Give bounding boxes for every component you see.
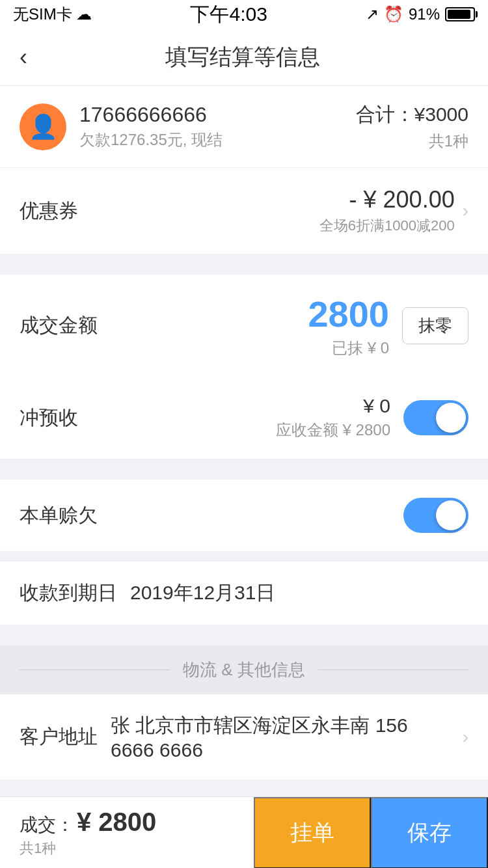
coupon-row[interactable]: 优惠券 - ¥ 200.00 全场6折满1000减200 › <box>0 167 488 254</box>
customer-info: 17666666666 欠款1276.35元, 现结 <box>79 103 223 150</box>
chong-amount-wrap: ¥ 0 应收金额 ¥ 2800 <box>276 395 390 441</box>
chong-toggle[interactable] <box>403 400 468 435</box>
bottom-deal-amount: ¥ 2800 <box>77 807 156 837</box>
eraze-button[interactable]: 抹零 <box>402 307 468 344</box>
bottom-deal-prefix: 成交： <box>20 813 74 837</box>
chong-row: 冲预收 ¥ 0 应收金额 ¥ 2800 <box>0 377 488 459</box>
customer-left: 👤 17666666666 欠款1276.35元, 现结 <box>20 103 223 150</box>
alarm-icon: ⏰ <box>384 5 403 23</box>
header-line-right <box>318 670 468 670</box>
divider-2 <box>0 469 488 480</box>
coupon-text: - ¥ 200.00 全场6折满1000减200 <box>319 186 455 236</box>
customer-total: 合计：¥3000 <box>356 102 468 128</box>
battery-percent: 91% <box>409 5 440 23</box>
sim-status: 无SIM卡 ☁ <box>13 4 92 25</box>
address-label: 客户地址 <box>20 724 98 750</box>
sheqian-label: 本单赊欠 <box>20 502 98 529</box>
back-button[interactable]: ‹ <box>20 44 27 71</box>
battery-icon <box>445 7 475 21</box>
header-line-left <box>20 670 170 670</box>
content: 👤 17666666666 欠款1276.35元, 现结 合计：¥3000 共1… <box>0 86 488 868</box>
deal-amount-wrap: 2800 已抹 ¥ 0 <box>308 293 389 359</box>
status-left: 无SIM卡 ☁ <box>13 4 92 25</box>
sheqian-toggle[interactable] <box>403 498 468 533</box>
address-value: 张 北京市市辖区海淀区永丰南 156 6666 6666 <box>111 712 450 761</box>
divider-3 <box>0 635 488 645</box>
customer-card: 👤 17666666666 欠款1276.35元, 现结 合计：¥3000 共1… <box>0 86 488 254</box>
coupon-label: 优惠券 <box>20 198 78 224</box>
customer-sub: 欠款1276.35元, 现结 <box>79 129 223 150</box>
divider-1 <box>0 264 488 275</box>
logistics-header: 物流 & 其他信息 <box>0 645 488 694</box>
customer-right: 合计：¥3000 共1种 <box>356 102 468 152</box>
deal-amount-row: 成交金额 2800 已抹 ¥ 0 抹零 <box>20 275 468 377</box>
avatar: 👤 <box>20 103 66 150</box>
avatar-icon: 👤 <box>29 113 58 141</box>
chong-sub: 应收金额 ¥ 2800 <box>276 420 390 441</box>
coupon-right: - ¥ 200.00 全场6折满1000减200 › <box>319 186 468 236</box>
deal-amount-value: 2800 <box>308 293 389 335</box>
page-title: 填写结算等信息 <box>40 42 445 72</box>
toggle-knob <box>436 403 466 433</box>
amount-section: 成交金额 2800 已抹 ¥ 0 抹零 <box>0 275 488 377</box>
chong-label: 冲预收 <box>20 405 78 431</box>
hang-button[interactable]: 挂单 <box>254 797 371 869</box>
customer-phone: 17666666666 <box>79 103 223 127</box>
date-row: 收款到期日 2019年12月31日 <box>0 562 488 625</box>
save-button[interactable]: 保存 <box>371 797 488 869</box>
bottom-summary: 成交： ¥ 2800 共1种 <box>0 807 254 858</box>
bottom-deal-count: 共1种 <box>20 839 234 858</box>
customer-row: 👤 17666666666 欠款1276.35元, 现结 合计：¥3000 共1… <box>0 86 488 167</box>
address-chevron-icon: › <box>463 727 468 748</box>
deal-line: 成交： ¥ 2800 <box>20 807 234 837</box>
logistics-header-text: 物流 & 其他信息 <box>183 658 305 681</box>
coupon-amount: - ¥ 200.00 <box>319 186 455 213</box>
bottom-bar: 成交： ¥ 2800 共1种 挂单 保存 <box>0 796 488 868</box>
address-row[interactable]: 客户地址 张 北京市市辖区海淀区永丰南 156 6666 6666 › <box>0 694 488 780</box>
date-value: 2019年12月31日 <box>130 580 275 606</box>
chong-amount: ¥ 0 <box>276 395 390 417</box>
sheqian-toggle-knob <box>436 500 466 530</box>
customer-count: 共1种 <box>356 131 468 152</box>
deal-amount-sub: 已抹 ¥ 0 <box>308 338 389 359</box>
location-icon: ↗ <box>366 5 379 23</box>
coupon-chevron-icon: › <box>463 200 468 221</box>
nav-bar: ‹ 填写结算等信息 <box>0 29 488 86</box>
coupon-desc: 全场6折满1000减200 <box>319 216 455 236</box>
deal-amount-label: 成交金额 <box>20 312 98 339</box>
status-bar: 无SIM卡 ☁ 下午4:03 ↗ ⏰ 91% <box>0 0 488 29</box>
sheqian-row: 本单赊欠 <box>0 480 488 551</box>
status-time: 下午4:03 <box>190 1 267 28</box>
date-label: 收款到期日 <box>20 580 117 606</box>
deal-amount-right: 2800 已抹 ¥ 0 抹零 <box>308 293 468 359</box>
chong-right: ¥ 0 应收金额 ¥ 2800 <box>276 395 468 441</box>
status-right: ↗ ⏰ 91% <box>366 5 475 23</box>
